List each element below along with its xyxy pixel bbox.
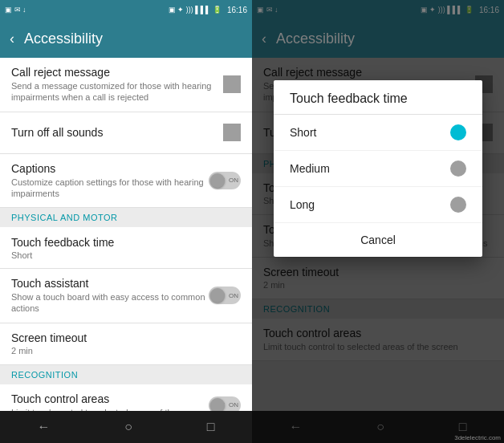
toggle-on-label3: ON: [229, 401, 238, 408]
captions-subtitle: Customize caption settings for those wit…: [11, 177, 209, 200]
dialog-option-medium[interactable]: Medium: [274, 151, 482, 187]
nav-recent-left[interactable]: □: [207, 420, 215, 434]
dialog-option-long-label: Long: [290, 198, 315, 211]
status-time-left: 16:16: [227, 6, 247, 14]
toolbar-left: ‹ Accessibility: [0, 19, 252, 58]
dialog-option-short-label: Short: [290, 126, 316, 139]
status-icons-left: ▣ ✉ ↓: [5, 6, 26, 14]
toolbar-title-left: Accessibility: [24, 30, 103, 47]
list-item-touch-feedback[interactable]: Touch feedback time Short: [0, 227, 252, 269]
touch-feedback-title: Touch feedback time: [11, 236, 241, 249]
touch-feedback-dialog: Touch feedback time Short Medium Long Ca…: [274, 80, 482, 257]
toggle-knob: [210, 173, 225, 188]
turn-off-sounds-checkbox[interactable]: [223, 124, 241, 141]
list-item-screen-timeout[interactable]: Screen timeout 2 min: [0, 323, 252, 365]
section-header-recognition: RECOGNITION: [0, 365, 252, 384]
screen-timeout-value: 2 min: [11, 346, 241, 356]
right-phone-panel: ▣ ✉ ↓ ▣ ✦ ))) ▌▌▌ 🔋 16:16 ‹ Accessibilit…: [252, 0, 504, 443]
list-item-touch-assistant[interactable]: Touch assistant Show a touch board with …: [0, 269, 252, 323]
dialog-option-long[interactable]: Long: [274, 187, 482, 223]
screen-timeout-title: Screen timeout: [11, 331, 241, 344]
touch-assistant-toggle[interactable]: OFF ON: [209, 287, 241, 304]
call-reject-title: Call reject message: [11, 66, 223, 79]
captions-toggle[interactable]: OFF ON: [209, 172, 241, 189]
back-button-left[interactable]: ‹: [10, 30, 14, 47]
dialog-title: Touch feedback time: [274, 80, 482, 115]
toggle-on-label2: ON: [229, 292, 238, 299]
touch-assistant-subtitle: Show a touch board with easy access to c…: [11, 291, 209, 315]
list-item-turn-off-sounds[interactable]: Turn off all sounds: [0, 112, 252, 154]
watermark: 3delelectric.com: [454, 434, 501, 441]
content-left: Call reject message Send a message custo…: [0, 58, 252, 411]
touch-assistant-title: Touch assistant: [11, 277, 209, 290]
left-phone-panel: ▣ ✉ ↓ ▣ ✦ ))) ▌▌▌ 🔋 16:16 ‹ Accessibilit…: [0, 0, 252, 443]
touch-control-title: Touch control areas: [11, 392, 209, 405]
turn-off-sounds-title: Turn off all sounds: [11, 126, 223, 139]
dialog-cancel-button[interactable]: Cancel: [274, 223, 482, 257]
captions-title: Captions: [11, 162, 209, 175]
dialog-option-medium-label: Medium: [290, 162, 330, 175]
nav-home-left[interactable]: ○: [124, 420, 132, 434]
status-bar-left: ▣ ✉ ↓ ▣ ✦ ))) ▌▌▌ 🔋 16:16: [0, 0, 252, 19]
list-item-call-reject[interactable]: Call reject message Send a message custo…: [0, 58, 252, 112]
dialog-option-short[interactable]: Short: [274, 115, 482, 151]
touch-control-toggle[interactable]: OFF ON: [209, 396, 241, 411]
status-icons-right: ▣ ✦ ))) ▌▌▌ 🔋 16:16: [169, 6, 247, 14]
dialog-radio-medium[interactable]: [450, 161, 466, 177]
dialog-cancel-label: Cancel: [360, 234, 396, 246]
nav-back-left[interactable]: ←: [37, 420, 50, 434]
call-reject-subtitle: Send a message customized for those with…: [11, 80, 223, 104]
toggle-knob2: [210, 288, 225, 303]
dialog-radio-long[interactable]: [450, 197, 466, 213]
toggle-on-label: ON: [229, 177, 238, 184]
toggle-knob3: [210, 398, 225, 411]
nav-bar-left: ← ○ □: [0, 411, 252, 443]
dialog-overlay: Touch feedback time Short Medium Long Ca…: [252, 0, 504, 443]
call-reject-checkbox[interactable]: [223, 75, 241, 93]
touch-feedback-value: Short: [11, 250, 241, 260]
dialog-radio-short[interactable]: [450, 124, 466, 140]
section-header-physical: PHYSICAL AND MOTOR: [0, 208, 252, 227]
list-item-touch-control[interactable]: Touch control areas Limit touch control …: [0, 384, 252, 411]
list-item-captions[interactable]: Captions Customize caption settings for …: [0, 154, 252, 209]
